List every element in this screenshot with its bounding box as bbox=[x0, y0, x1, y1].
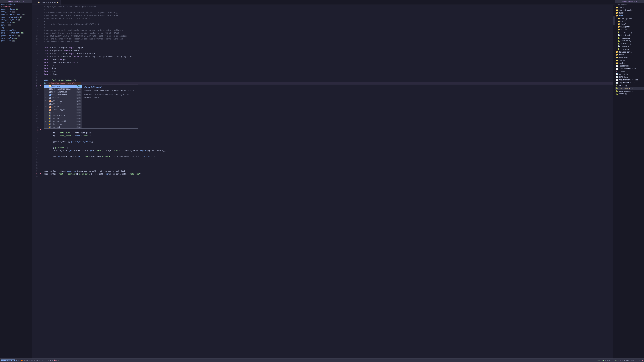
ac-tag: [LS] bbox=[76, 127, 81, 128]
py-file-icon: 🐍 bbox=[618, 37, 620, 39]
file-req[interactable]: 📄 requirements.txt bbox=[615, 81, 644, 84]
nav-meta-data-path[interactable]: meta_data_path:34 bbox=[0, 18, 32, 21]
ac-item-Trainer[interactable]: sa C Trainer [LS] bbox=[44, 96, 82, 99]
code-navigator-title: «Code Navigator» bbox=[0, 0, 32, 3]
ac-item-LightningModule[interactable]: C LightningModule [LS] bbox=[44, 91, 82, 93]
ac-item-Callback[interactable]: C Callback [LS] bbox=[44, 85, 82, 88]
tab-temp-predict[interactable]: 1. ⬤ temp_predict.py bbox=[32, 0, 61, 4]
folder-open-icon: 📂 bbox=[616, 15, 618, 17]
file-managers[interactable]: 📁 managers/ bbox=[615, 25, 644, 28]
file-pytest-cache[interactable]: 📁 .pytest_cache/ bbox=[615, 9, 644, 11]
file-examples[interactable]: 📁 examples/ bbox=[615, 56, 644, 59]
file-utils[interactable]: 📁 utils/ bbox=[615, 28, 644, 31]
ac-item-seed-everything[interactable]: pr f seed_everything~ [LS] bbox=[44, 93, 82, 96]
file-dist[interactable]: 📁 dist/ bbox=[615, 11, 644, 14]
code-line: from dlk.data.processors import processo… bbox=[44, 55, 613, 58]
file-label: LICENSE bbox=[618, 71, 625, 73]
file-init-py[interactable]: 🐍 __init__.py bbox=[615, 31, 644, 34]
file-label: train.py bbox=[619, 93, 627, 95]
code-editor-content[interactable]: # Copyright 2021 cstsunfu. All rights re… bbox=[42, 5, 613, 359]
nav-main-config-path[interactable]: main_config_path:34 bbox=[0, 16, 32, 18]
ac-doc-title: class Callback() bbox=[84, 86, 136, 88]
nav-datas[interactable]: datas:35 bbox=[0, 24, 32, 26]
status-progress: 42% bbox=[50, 360, 53, 361]
file-train-py-dlk[interactable]: 🐍 train.py bbox=[615, 48, 644, 51]
file-tests[interactable]: 📁 tests/ bbox=[615, 59, 644, 62]
ac-item-author-email[interactable]: da 🔒 __author_email__ [LS] bbox=[44, 120, 82, 123]
file-label: core/ bbox=[620, 20, 626, 22]
warning-count: 3 bbox=[58, 360, 59, 361]
nav-save-path[interactable]: save_path:17 bbox=[0, 10, 32, 13]
file-configures[interactable]: 📁 configures/ bbox=[615, 17, 644, 20]
file-train-root[interactable]: 🐍 train.py bbox=[615, 92, 644, 95]
file-icon: 📄 bbox=[616, 82, 618, 84]
file-docs[interactable]: 📁 docs/ bbox=[615, 53, 644, 56]
ac-tag: [LS] bbox=[76, 103, 81, 105]
autocomplete-list[interactable]: C Callback [LS] C LightningDataModule [L… bbox=[44, 84, 82, 129]
file-icon: 📄 bbox=[616, 76, 618, 78]
file-online-py[interactable]: 🐍 online.py bbox=[615, 37, 644, 39]
main-editor: 1. ⬤ temp_predict.py 1 2 3 4 5 6 7 8 9 1… bbox=[32, 0, 614, 359]
file-readthedocs[interactable]: 📄 .readthedocs.yaml bbox=[615, 67, 644, 70]
file-label: online.py bbox=[620, 37, 630, 39]
ac-class-icon: C bbox=[48, 88, 51, 90]
gutter: ℹ ℹ ● bbox=[40, 5, 42, 359]
file-gitignore[interactable]: 📄 .gitignore bbox=[615, 65, 644, 67]
file-temp-process[interactable]: 🐍 temp_process.py bbox=[615, 90, 644, 92]
file-dlk[interactable]: 📂 dlk/ bbox=[615, 14, 644, 17]
file-core[interactable]: 📁 core/ bbox=[615, 20, 644, 23]
nav-processed-data[interactable]: processed_data:30 bbox=[0, 34, 32, 37]
nav-main-config[interactable]: main_config:50 bbox=[0, 37, 32, 40]
file-predict-py[interactable]: 🐍 predict.py bbox=[615, 39, 644, 42]
nav-predictor[interactable]: predictor:60 bbox=[0, 40, 32, 42]
file-egg-info[interactable]: 📁 dlk.egg-info/ bbox=[615, 51, 644, 53]
ac-item-all[interactable]: 🔒 __all__ [LS] bbox=[44, 111, 82, 114]
file-req-f[interactable]: 📄 requirements-f.txt bbox=[615, 78, 644, 81]
nav-prepro-config-obj[interactable]: prepro_config_obj:50 bbox=[0, 32, 32, 34]
ac-item-DETAIL[interactable]: ma v __DETAIL__ [LS] bbox=[44, 99, 82, 102]
file-git[interactable]: 📁 .git/ bbox=[615, 6, 644, 9]
py-file-icon: 🐍 bbox=[618, 40, 620, 42]
file-license[interactable]: ⚠ LICENSE bbox=[615, 70, 644, 73]
file-temp-predict[interactable]: 🐍 temp_predict.py bbox=[615, 87, 644, 90]
editor-area[interactable]: 1 2 3 4 5 6 7 8 9 10 11 12 13 14 15 16 1… bbox=[32, 5, 614, 359]
file-label: README.md bbox=[619, 76, 628, 78]
ac-item-cached[interactable]: 🔒 __cached__ [LS] bbox=[44, 126, 82, 129]
status-right-dot: ● bbox=[642, 360, 643, 361]
status-project: ⚙ bbox=[620, 359, 621, 361]
autocomplete-popup[interactable]: C Callback [LS] C LightningDataModule [L… bbox=[44, 84, 138, 129]
file-tools[interactable]: 📁 tools/ bbox=[615, 62, 644, 65]
nav-prepro-config[interactable]: prepro_config: bbox=[0, 29, 32, 32]
code-line: from dlk.predict import Predict bbox=[44, 49, 613, 52]
file-icon: 📄 bbox=[616, 73, 618, 75]
nav-ckpt-path[interactable]: ckpt_path:30 bbox=[0, 21, 32, 24]
file-label: predict.py bbox=[620, 40, 631, 42]
ac-class-icon: C bbox=[48, 91, 51, 93]
ac-item-logger[interactable]: me v __logger [LS] bbox=[44, 105, 82, 108]
code-line bbox=[44, 158, 613, 161]
file-README[interactable]: 📄 README.md bbox=[615, 76, 644, 78]
file-pytest-ini[interactable]: 📄 pytest.ini bbox=[615, 73, 644, 76]
ac-label: LightningModule bbox=[51, 91, 67, 93]
ac-item-annotations[interactable]: ck 🔒 __annotations__ [LS] bbox=[44, 114, 82, 117]
ac-item-root-logger[interactable]: v __root_logger [LS] bbox=[44, 108, 82, 111]
file-process-py[interactable]: 🐍 process.py bbox=[615, 42, 644, 45]
code-line-27-error: pl. ⚠ Expected member name after '.' bbox=[44, 82, 613, 84]
file-readme-md[interactable]: 📄 readme.md bbox=[615, 45, 644, 48]
ac-item-builtins[interactable]: in 🔒 __builtins__ [LS] bbox=[44, 123, 82, 126]
ac-lock-icon: 🔒 bbox=[48, 112, 51, 114]
file-data[interactable]: 📁 data/ bbox=[615, 23, 644, 25]
nav-predict-data[interactable]: predict_data:14 bbox=[0, 8, 32, 10]
ac-item-detail[interactable]: f __detail~ [LS] bbox=[44, 102, 82, 105]
folder-icon: 📁 bbox=[616, 9, 618, 11]
file-label: train.py bbox=[620, 48, 629, 50]
ac-item-author[interactable]: 🔒 __author__ [LS] bbox=[44, 117, 82, 120]
license-icon: ⚠ bbox=[616, 70, 617, 73]
nav-prepro-config-path[interactable]: prepro_config_path:33 bbox=[0, 13, 32, 16]
file-dlk-drawio[interactable]: 📄 dlk.drawio bbox=[615, 34, 644, 37]
nav-inp[interactable]: inp: bbox=[0, 26, 32, 29]
file-tree[interactable]: 📁 .git/ 📁 .pytest_cache/ 📁 dist/ 📂 dlk/ … bbox=[615, 5, 644, 359]
file-setup-py[interactable]: 🐍 setup.py bbox=[615, 84, 644, 87]
file-label: configures/ bbox=[620, 18, 632, 20]
ac-item-LightningDataModule[interactable]: C LightningDataModule [LS] bbox=[44, 88, 82, 91]
